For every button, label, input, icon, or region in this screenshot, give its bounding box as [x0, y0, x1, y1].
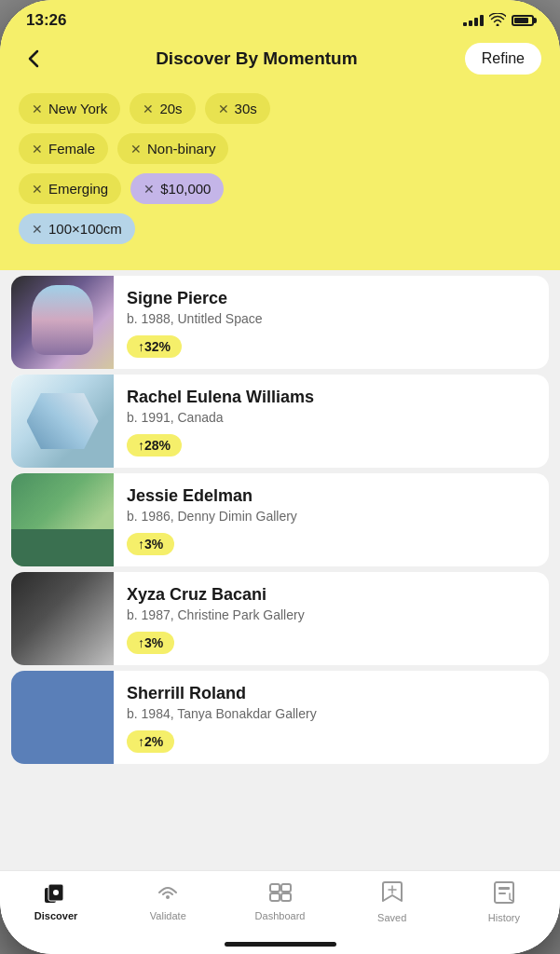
artist-image-jessie: [11, 473, 114, 566]
saved-icon: [381, 880, 403, 908]
refine-button[interactable]: Refine: [465, 43, 541, 75]
svg-rect-9: [499, 887, 510, 890]
remove-size-icon: ✕: [32, 222, 43, 237]
history-icon: [493, 880, 515, 908]
artist-meta: b. 1988, Untitled Space: [127, 311, 536, 326]
momentum-badge: ↑3%: [127, 632, 174, 654]
remove-nonbinary-icon: ✕: [130, 142, 142, 157]
nav-label-dashboard: Dashboard: [255, 910, 306, 921]
momentum-badge: ↑32%: [127, 335, 182, 358]
header: Discover By Momentum Refine: [0, 35, 560, 89]
filter-chip-20s[interactable]: ✕ 20s: [130, 93, 195, 124]
artist-image-rachel: [11, 375, 114, 468]
remove-price-icon: ✕: [143, 182, 155, 197]
chip-label: Non-binary: [147, 141, 215, 157]
nav-label-validate: Validate: [150, 910, 186, 921]
artist-name: Sherrill Roland: [127, 684, 536, 703]
artist-card-xyza[interactable]: Xyza Cruz Bacani b. 1987, Christine Park…: [11, 572, 549, 665]
artist-card-rachel[interactable]: Rachel Eulena Williams b. 1991, Canada ↑…: [11, 375, 549, 468]
chip-label: Emerging: [48, 181, 108, 197]
back-button[interactable]: [19, 44, 48, 74]
momentum-badge: ↑28%: [127, 434, 182, 457]
artist-name: Signe Pierce: [127, 289, 536, 308]
momentum-badge: ↑2%: [127, 730, 174, 753]
wifi-icon: [489, 13, 506, 29]
artist-info-jessie: Jessie Edelman b. 1986, Denny Dimin Gall…: [114, 473, 549, 566]
nav-item-discover[interactable]: Discover: [0, 882, 112, 921]
artist-name: Xyza Cruz Bacani: [127, 585, 536, 605]
momentum-badge: ↑3%: [127, 533, 174, 555]
filter-chip-newyork[interactable]: ✕ New York: [19, 93, 120, 124]
svg-point-3: [166, 895, 170, 899]
artist-image-signe: [11, 276, 114, 369]
filter-chip-emerging[interactable]: ✕ Emerging: [19, 173, 121, 204]
nav-label-discover: Discover: [34, 910, 77, 921]
status-time: 13:26: [26, 11, 66, 30]
artist-meta: b. 1986, Denny Dimin Gallery: [127, 509, 536, 524]
filter-chip-30s[interactable]: ✕ 30s: [205, 93, 270, 124]
home-indicator: [0, 942, 560, 954]
signal-icon: [463, 15, 484, 26]
artist-meta: b. 1984, Tanya Bonakdar Gallery: [127, 706, 536, 721]
status-icons: [463, 13, 534, 29]
artist-name: Rachel Eulena Williams: [127, 388, 536, 407]
artist-info-rachel: Rachel Eulena Williams b. 1991, Canada ↑…: [114, 375, 549, 468]
nav-label-history: History: [488, 912, 520, 923]
chip-label: 30s: [235, 101, 257, 116]
filter-chip-price[interactable]: ✕ $10,000: [130, 173, 224, 204]
filter-row-1: ✕ New York ✕ 20s ✕ 30s: [19, 93, 541, 124]
artist-info-sherrill: Sherrill Roland b. 1984, Tanya Bonakdar …: [114, 671, 549, 764]
artist-card-sherrill[interactable]: Sherrill Roland b. 1984, Tanya Bonakdar …: [11, 671, 549, 764]
nav-label-saved: Saved: [377, 912, 406, 923]
chip-label: 100×100cm: [48, 221, 122, 237]
remove-30s-icon: ✕: [218, 102, 229, 116]
artist-card-jessie[interactable]: Jessie Edelman b. 1986, Denny Dimin Gall…: [11, 473, 549, 566]
svg-rect-10: [499, 893, 506, 894]
nav-item-history[interactable]: History: [448, 880, 560, 923]
remove-newyork-icon: ✕: [32, 102, 43, 116]
svg-rect-5: [281, 884, 291, 892]
filter-row-2: ✕ Female ✕ Non-binary: [19, 133, 541, 164]
content-area[interactable]: Signe Pierce b. 1988, Untitled Space ↑32…: [0, 270, 560, 870]
discover-icon: [43, 882, 69, 906]
filter-chip-female[interactable]: ✕ Female: [19, 133, 108, 164]
artist-card-signe[interactable]: Signe Pierce b. 1988, Untitled Space ↑32…: [11, 276, 549, 369]
remove-emerging-icon: ✕: [32, 182, 43, 197]
artist-info-xyza: Xyza Cruz Bacani b. 1987, Christine Park…: [114, 572, 549, 665]
home-bar: [225, 942, 336, 947]
phone-screen: 13:26: [0, 0, 560, 954]
remove-20s-icon: ✕: [143, 102, 154, 116]
bottom-nav: Discover Validate: [0, 870, 560, 942]
dashboard-icon: [268, 882, 293, 906]
artist-meta: b. 1987, Christine Park Gallery: [127, 607, 536, 622]
validate-icon: [155, 882, 181, 906]
artist-name: Jessie Edelman: [127, 486, 536, 506]
svg-rect-7: [281, 893, 291, 901]
chip-label: Female: [48, 141, 95, 157]
remove-female-icon: ✕: [32, 142, 43, 157]
artist-image-xyza: [11, 572, 114, 665]
filter-row-3: ✕ Emerging ✕ $10,000: [19, 173, 541, 204]
svg-rect-4: [270, 884, 280, 892]
artist-meta: b. 1991, Canada: [127, 410, 536, 425]
filter-chip-nonbinary[interactable]: ✕ Non-binary: [117, 133, 228, 164]
page-title: Discover By Momentum: [48, 48, 465, 69]
nav-item-validate[interactable]: Validate: [112, 882, 224, 921]
chip-label: 20s: [159, 101, 182, 116]
phone-frame: 13:26: [0, 0, 560, 954]
svg-point-2: [53, 890, 59, 895]
nav-item-saved[interactable]: Saved: [336, 880, 448, 923]
status-bar: 13:26: [0, 0, 560, 35]
filter-row-4: ✕ 100×100cm: [19, 213, 541, 244]
artist-image-sherrill: [11, 671, 114, 764]
chip-label: $10,000: [160, 181, 211, 197]
chip-label: New York: [48, 101, 107, 116]
artist-info-signe: Signe Pierce b. 1988, Untitled Space ↑32…: [114, 276, 549, 369]
nav-item-dashboard[interactable]: Dashboard: [224, 882, 335, 921]
filters-area: ✕ New York ✕ 20s ✕ 30s ✕ Female ✕: [0, 89, 560, 270]
filter-chip-size[interactable]: ✕ 100×100cm: [19, 213, 135, 244]
battery-icon: [512, 15, 534, 26]
svg-rect-6: [270, 893, 280, 901]
